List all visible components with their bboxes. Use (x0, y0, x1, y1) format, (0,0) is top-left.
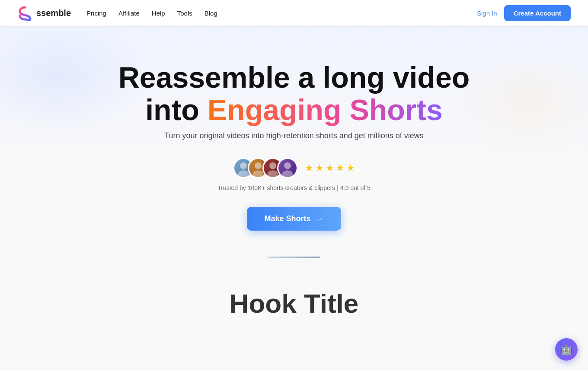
svg-point-2 (255, 162, 262, 169)
trust-text: Trusted by 100K+ shorts creators & clipp… (217, 184, 371, 191)
nav-link-affiliate[interactable]: Affiliate (118, 10, 140, 17)
hero-section: Reassemble a long video into Engaging Sh… (0, 27, 588, 275)
nav-link-blog[interactable]: Blog (205, 10, 217, 17)
below-fold-title: Hook Title (9, 288, 579, 319)
star-3: ★ (326, 162, 334, 174)
star-2: ★ (315, 162, 324, 174)
avatars-group (233, 158, 298, 178)
hero-title-engaging: Engaging (208, 93, 342, 126)
social-proof: ★ ★ ★ ★ ★ (233, 158, 355, 178)
nav-link-help[interactable]: Help (152, 10, 165, 17)
svg-point-6 (284, 162, 291, 169)
hero-subtitle: Turn your original videos into high-rete… (164, 131, 424, 140)
avatar-4 (277, 158, 298, 178)
avatar-icon-4 (278, 158, 297, 178)
hero-title-line2: into Engaging Shorts (118, 94, 470, 126)
nav-left: ssemble Pricing Affiliate Help Tools Blo… (17, 6, 217, 21)
star-rating: ★ ★ ★ ★ ★ (305, 162, 355, 174)
star-1: ★ (305, 162, 313, 174)
scroll-indicator (268, 257, 320, 258)
cta-label: Make Shorts (264, 214, 310, 223)
nav-link-tools[interactable]: Tools (177, 10, 192, 17)
svg-point-7 (282, 170, 293, 178)
cta-arrow-icon: → (315, 214, 324, 224)
svg-point-0 (240, 162, 247, 169)
logo-text: ssemble (36, 8, 71, 18)
create-account-button[interactable]: Create Account (504, 5, 571, 21)
navbar: ssemble Pricing Affiliate Help Tools Blo… (0, 0, 588, 27)
hero-title-shorts: Shorts (349, 93, 442, 126)
make-shorts-button[interactable]: Make Shorts → (247, 207, 341, 231)
nav-link-pricing[interactable]: Pricing (86, 10, 106, 17)
below-fold-section: Hook Title (0, 275, 588, 319)
svg-point-3 (253, 170, 264, 178)
svg-point-4 (269, 162, 276, 169)
chatbot-bubble[interactable]: 🤖 (555, 338, 578, 361)
hero-title: Reassemble a long video into Engaging Sh… (118, 61, 470, 126)
nav-links: Pricing Affiliate Help Tools Blog (86, 10, 217, 17)
hero-title-into: into (145, 93, 208, 126)
chatbot-icon: 🤖 (560, 343, 573, 355)
logo-link[interactable]: ssemble (17, 6, 71, 21)
svg-point-1 (238, 170, 249, 178)
star-4: ★ (336, 162, 345, 174)
logo-icon (17, 6, 33, 21)
signin-button[interactable]: Sign In (477, 10, 497, 17)
svg-point-5 (268, 170, 278, 178)
nav-right: Sign In Create Account (477, 5, 571, 21)
star-5: ★ (346, 162, 355, 174)
hero-title-line1: Reassemble a long video (118, 61, 470, 94)
